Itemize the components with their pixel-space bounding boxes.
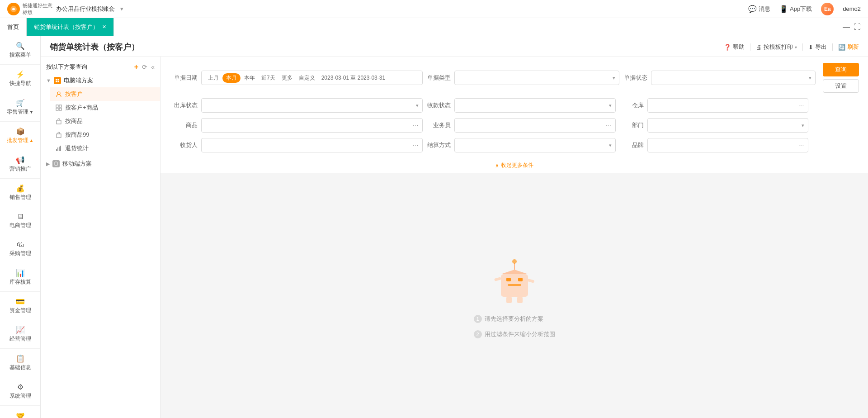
query-button[interactable]: 查询 xyxy=(823,63,859,76)
scheme-group-pc-header[interactable]: ▼ 电脑端方案 xyxy=(41,74,160,87)
sidebar-item-sales-mgmt[interactable]: 💰 销售管理 xyxy=(0,179,40,207)
out-status-label: 出库状态 xyxy=(170,101,201,109)
sidebar-item-search-menu[interactable]: 🔍 搜索菜单 xyxy=(0,36,40,65)
department-control[interactable]: ▾ xyxy=(647,118,809,133)
divider-3 xyxy=(832,43,833,51)
app-download-action[interactable]: 📱 App下载 xyxy=(779,5,812,13)
date-control[interactable]: 上月 本月 本年 近7天 更多 自定义 2023-03-01 至 2023-03… xyxy=(201,71,423,85)
sidebar-item-enterprise-coop[interactable]: 🤝 企业协同 xyxy=(0,406,40,418)
date-tab-last-month[interactable]: 上月 xyxy=(205,73,222,83)
scheme-collapse-icon[interactable]: « xyxy=(151,63,155,71)
scheme-item-by-goods-99[interactable]: 按商品99 xyxy=(50,128,160,142)
print-icon: 🖨 xyxy=(756,44,762,51)
date-tab-last-7[interactable]: 近7天 xyxy=(259,73,278,83)
tab-home[interactable]: 首页 xyxy=(0,18,27,36)
app-container: 畅捷通好生意 标版 办公用品行业模拟账套 ▾ 💬 消息 📱 App下载 Ea d… xyxy=(0,0,868,418)
empty-tips: 1 请先选择要分析的方案 2 用过滤条件来缩小分析范围 xyxy=(474,313,555,340)
query-actions: 查询 设置 xyxy=(816,63,859,93)
receipt-status-control[interactable]: ▾ xyxy=(454,98,616,113)
sidebar-item-quick-nav[interactable]: ⚡ 快捷导航 xyxy=(0,65,40,93)
svg-point-24 xyxy=(512,259,517,264)
date-tab-more[interactable]: 更多 xyxy=(279,73,295,83)
user-name[interactable]: demo2 xyxy=(843,5,861,12)
scheme-group-pc: ▼ 电脑端方案 xyxy=(41,74,160,155)
date-tabs: 上月 本月 本年 近7天 更多 自定义 xyxy=(205,73,318,83)
filter-department-item: 部门 ▾ xyxy=(616,118,809,133)
sidebar-item-retail-mgmt[interactable]: 🛒 零售管理 ▼ xyxy=(0,93,40,122)
scheme-item-by-customer[interactable]: 按客户 xyxy=(50,87,160,101)
svg-rect-8 xyxy=(56,108,58,110)
svg-rect-9 xyxy=(59,108,61,110)
sidebar-item-basic-info[interactable]: 📋 基础信息 xyxy=(0,349,40,377)
collapse-bar[interactable]: ∧ 收起更多条件 xyxy=(170,158,859,173)
doc-status-control[interactable]: ▾ xyxy=(651,71,816,85)
user-initials: Ea xyxy=(824,6,831,12)
warehouse-dots: ··· xyxy=(798,102,804,109)
logo-icon xyxy=(7,3,20,15)
scheme-refresh-icon[interactable]: ⟳ xyxy=(142,63,147,71)
date-tab-custom[interactable]: 自定义 xyxy=(296,73,318,83)
svg-rect-11 xyxy=(57,134,61,138)
svg-rect-25 xyxy=(506,297,512,303)
scheme-item-by-customer-label: 按客户 xyxy=(65,90,83,98)
receiver-control[interactable]: ··· xyxy=(201,138,423,152)
date-tab-this-year[interactable]: 本年 xyxy=(241,73,258,83)
sidebar-item-ecommerce[interactable]: 🖥 电商管理 xyxy=(0,207,40,235)
tip-num-2: 2 xyxy=(474,330,482,338)
help-button[interactable]: ❓ 帮助 xyxy=(724,43,745,51)
filter-out-status-item: 出库状态 ▾ xyxy=(170,98,423,113)
scheme-group-pc-icon xyxy=(54,77,61,84)
tab-expand-icon[interactable]: ⛶ xyxy=(854,23,861,31)
tab-sales-stats[interactable]: 销货单统计表（按客户） ✕ xyxy=(27,18,114,36)
empty-illustration xyxy=(487,252,542,306)
svg-rect-19 xyxy=(518,278,523,281)
sidebar-item-operations[interactable]: 📈 经营管理 xyxy=(0,320,40,349)
sidebar-item-purchase[interactable]: 🛍 采购管理 xyxy=(0,235,40,263)
department-label: 部门 xyxy=(616,121,647,129)
date-tab-this-month[interactable]: 本月 xyxy=(222,73,241,83)
filter-row-3: 商品 ··· 业务员 ··· xyxy=(170,118,859,133)
refresh-button[interactable]: 🔄 刷新 xyxy=(838,43,859,51)
collapse-up-icon: ∧ xyxy=(495,162,499,169)
date-label: 单据日期 xyxy=(170,74,201,82)
scheme-item-customer-goods-icon xyxy=(55,104,62,111)
scheme-item-return-icon xyxy=(55,145,62,152)
out-status-control[interactable]: ▾ xyxy=(201,98,423,113)
sidebar-item-inventory-calc[interactable]: 📊 库存核算 xyxy=(0,263,40,292)
scheme-item-return-stats[interactable]: 退货统计 xyxy=(50,142,160,155)
scheme-item-by-goods[interactable]: 按商品 xyxy=(50,114,160,128)
scheme-item-return-label: 退货统计 xyxy=(65,144,89,152)
operations-icon: 📈 xyxy=(4,326,37,334)
tab-minimize-icon[interactable]: — xyxy=(843,23,850,31)
warehouse-control[interactable]: ··· xyxy=(647,98,809,113)
export-button[interactable]: ⬇ 导出 xyxy=(808,43,827,51)
header-dropdown[interactable]: ▾ xyxy=(120,5,123,12)
print-button[interactable]: 🖨 按模板打印 ▾ xyxy=(756,43,797,51)
user-avatar[interactable]: Ea xyxy=(821,3,834,15)
filter-settlement-item: 结算方式 ▾ xyxy=(423,138,616,152)
sidebar-item-system[interactable]: ⚙ 系统管理 xyxy=(0,377,40,406)
settlement-control[interactable]: ▾ xyxy=(454,138,616,152)
help-icon: ❓ xyxy=(724,44,731,51)
goods-control[interactable]: ··· xyxy=(201,118,423,133)
sidebar-item-marketing[interactable]: 📢 营销推广 xyxy=(0,150,40,179)
logo-area: 畅捷通好生意 标版 xyxy=(7,2,52,15)
doc-type-control[interactable]: ▾ xyxy=(454,71,619,85)
inventory-icon: 📊 xyxy=(4,269,37,277)
enterprise-coop-icon: 🤝 xyxy=(4,411,37,418)
tab-close-icon[interactable]: ✕ xyxy=(102,24,106,30)
brand-control[interactable]: ··· xyxy=(647,138,809,152)
svg-rect-13 xyxy=(57,147,58,151)
salesperson-control[interactable]: ··· xyxy=(454,118,616,133)
sidebar-item-wholesale-mgmt[interactable]: 📦 批发管理 ▲ xyxy=(0,122,40,150)
scheme-add-icon[interactable]: + xyxy=(134,63,138,71)
scheme-item-by-customer-goods[interactable]: 按客户+商品 xyxy=(50,101,160,114)
filter-row-4: 收货人 ··· 结算方式 ▾ xyxy=(170,138,859,152)
tip-text-1: 请先选择要分析的方案 xyxy=(485,313,543,325)
sidebar-item-finance[interactable]: 💳 资金管理 xyxy=(0,292,40,320)
message-action[interactable]: 💬 消息 xyxy=(748,5,770,13)
receipt-status-label: 收款状态 xyxy=(423,101,454,109)
settings-button[interactable]: 设置 xyxy=(823,79,859,93)
tab-home-label: 首页 xyxy=(7,23,19,31)
scheme-group-mobile[interactable]: ▶ 移动端方案 xyxy=(41,157,160,171)
